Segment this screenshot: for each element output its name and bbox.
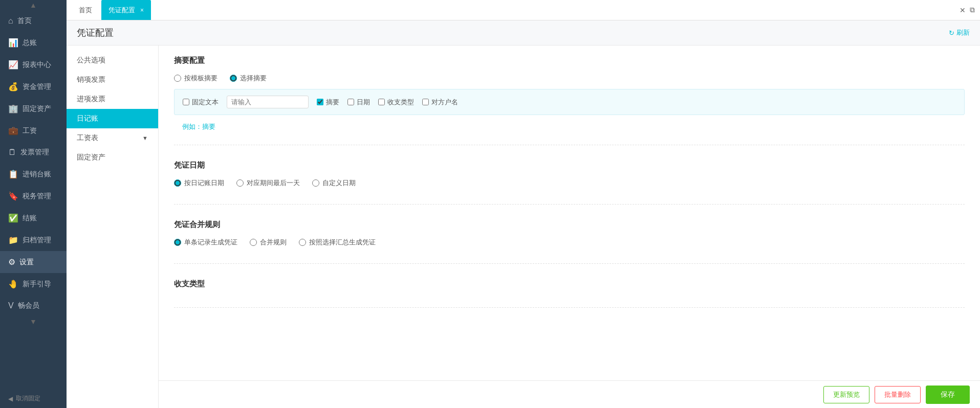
left-nav-sales[interactable]: 销项发票 <box>67 70 158 89</box>
tab-bar-controls: ✕ ⧉ <box>960 6 975 14</box>
sidebar-item-assets[interactable]: 🏢 固定资产 <box>0 98 67 120</box>
sidebar-item-fund[interactable]: 💰 资金管理 <box>0 76 67 98</box>
summary-section: 摘要配置 按模板摘要 选择摘要 <box>174 56 965 145</box>
date-radio-period-last[interactable]: 对应期间最后一天 <box>236 178 300 188</box>
sidebar: ▲ ⌂ 首页 📊 总账 📈 报表中心 💰 资金管理 🏢 固定资产 💼 工资 🗒 … <box>0 0 67 408</box>
home-icon: ⌂ <box>8 16 13 26</box>
sidebar-unpin-button[interactable]: ◀ 取消固定 <box>0 389 67 408</box>
sidebar-item-purchase[interactable]: 📋 进销台账 <box>0 163 67 185</box>
merge-section: 凭证合并规则 单条记录生成凭证 合并规则 按照选择汇总生成凭证 <box>174 220 965 264</box>
ledger-icon: 📊 <box>8 38 18 48</box>
left-nav-purchase-inv[interactable]: 进项发票 <box>67 89 158 109</box>
restore-window-icon[interactable]: ⧉ <box>970 6 975 14</box>
sidebar-scroll-up[interactable]: ▲ <box>0 0 67 10</box>
income-type-section-title: 收支类型 <box>174 279 965 289</box>
tab-bar: 首页 凭证配置 × ✕ ⧉ <box>67 0 980 20</box>
left-nav-diary[interactable]: 日记账 <box>67 109 158 128</box>
date-radio-custom[interactable]: 自定义日期 <box>312 178 356 188</box>
sidebar-item-home[interactable]: ⌂ 首页 <box>0 10 67 32</box>
tab-close-button[interactable]: × <box>140 7 144 14</box>
checkbox-date[interactable]: 日期 <box>347 98 370 107</box>
sidebar-item-guide[interactable]: 🤚 新手引导 <box>0 273 67 295</box>
invoice-icon: 🗒 <box>8 148 16 157</box>
fund-icon: 💰 <box>8 82 18 92</box>
guide-icon: 🤚 <box>8 279 18 289</box>
purchase-icon: 📋 <box>8 169 18 179</box>
merge-radio-select-summary[interactable]: 按照选择汇总生成凭证 <box>299 238 376 247</box>
page-title: 凭证配置 <box>77 27 114 39</box>
checkbox-counterpart[interactable]: 对方户名 <box>422 98 458 107</box>
pin-icon: ◀ <box>8 395 13 402</box>
left-nav-public[interactable]: 公共选项 <box>67 51 158 70</box>
right-content: 摘要配置 按模板摘要 选择摘要 <box>159 46 980 380</box>
sidebar-item-report[interactable]: 📈 报表中心 <box>0 54 67 76</box>
merge-radio-rule[interactable]: 合并规则 <box>250 238 287 247</box>
content-area: 公共选项 销项发票 进项发票 日记账 工资表 ▼ 固定资产 <box>67 46 980 408</box>
chevron-down-icon: ▼ <box>142 135 148 141</box>
sidebar-item-settle[interactable]: ✅ 结账 <box>0 207 67 229</box>
bottom-bar: 更新预览 批量删除 保存 <box>159 380 980 408</box>
fixed-text-input[interactable] <box>227 96 309 108</box>
sidebar-item-salary[interactable]: 💼 工资 <box>0 120 67 142</box>
left-nav: 公共选项 销项发票 进项发票 日记账 工资表 ▼ 固定资产 <box>67 46 159 408</box>
checkbox-summary[interactable]: 摘要 <box>317 98 339 107</box>
summary-radio-select[interactable]: 选择摘要 <box>230 74 267 83</box>
merge-section-title: 凭证合并规则 <box>174 220 965 230</box>
sidebar-item-settings[interactable]: ⚙ 设置 <box>0 251 67 273</box>
date-section-title: 凭证日期 <box>174 161 965 170</box>
save-button[interactable]: 保存 <box>926 386 970 404</box>
salary-icon: 💼 <box>8 126 18 135</box>
summary-section-title: 摘要配置 <box>174 56 965 65</box>
refresh-button[interactable]: ↻ 刷新 <box>949 28 970 37</box>
summary-checkbox-row: 固定文本 摘要 日期 收支类型 <box>174 89 965 115</box>
left-nav-fixed-assets[interactable]: 固定资产 <box>67 148 158 167</box>
sidebar-item-ledger[interactable]: 📊 总账 <box>0 32 67 54</box>
batch-delete-button[interactable]: 批量删除 <box>875 386 921 403</box>
merge-radio-single[interactable]: 单条记录生成凭证 <box>174 238 237 247</box>
assets-icon: 🏢 <box>8 104 18 114</box>
page-header: 凭证配置 ↻ 刷新 <box>67 20 980 46</box>
summary-radio-template[interactable]: 按模板摘要 <box>174 74 217 83</box>
tax-icon: 🔖 <box>8 191 18 201</box>
refresh-icon: ↻ <box>949 29 954 37</box>
sidebar-item-archive[interactable]: 📁 归档管理 <box>0 229 67 251</box>
checkbox-income-type[interactable]: 收支类型 <box>378 98 414 107</box>
sidebar-item-invoice[interactable]: 🗒 发票管理 <box>0 142 67 163</box>
close-window-icon[interactable]: ✕ <box>960 6 966 14</box>
tab-home[interactable]: 首页 <box>72 0 99 20</box>
checkbox-fixed-text[interactable]: 固定文本 <box>183 98 219 107</box>
sidebar-item-member[interactable]: V 畅会员 <box>0 295 67 316</box>
tab-voucher-config[interactable]: 凭证配置 × <box>101 0 151 20</box>
income-type-section: 收支类型 <box>174 279 965 308</box>
main-area: 首页 凭证配置 × ✕ ⧉ 凭证配置 ↻ 刷新 公共选项 销项发票 进 <box>67 0 980 408</box>
date-radio-group: 按日记账日期 对应期间最后一天 自定义日期 <box>174 178 965 188</box>
merge-radio-group: 单条记录生成凭证 合并规则 按照选择汇总生成凭证 <box>174 238 965 247</box>
settle-icon: ✅ <box>8 213 18 223</box>
sidebar-item-tax[interactable]: 🔖 税务管理 <box>0 185 67 207</box>
date-radio-diary[interactable]: 按日记账日期 <box>174 178 224 188</box>
date-section: 凭证日期 按日记账日期 对应期间最后一天 自定义日期 <box>174 161 965 205</box>
update-preview-button[interactable]: 更新预览 <box>823 386 869 403</box>
report-icon: 📈 <box>8 60 18 70</box>
left-nav-payroll[interactable]: 工资表 ▼ <box>67 128 158 148</box>
summary-example-text: 例如：摘要 <box>174 119 965 134</box>
summary-radio-group: 按模板摘要 选择摘要 <box>174 74 965 83</box>
member-icon: V <box>8 301 14 310</box>
sidebar-scroll-down[interactable]: ▼ <box>0 316 67 327</box>
archive-icon: 📁 <box>8 235 18 245</box>
settings-icon: ⚙ <box>8 257 15 267</box>
